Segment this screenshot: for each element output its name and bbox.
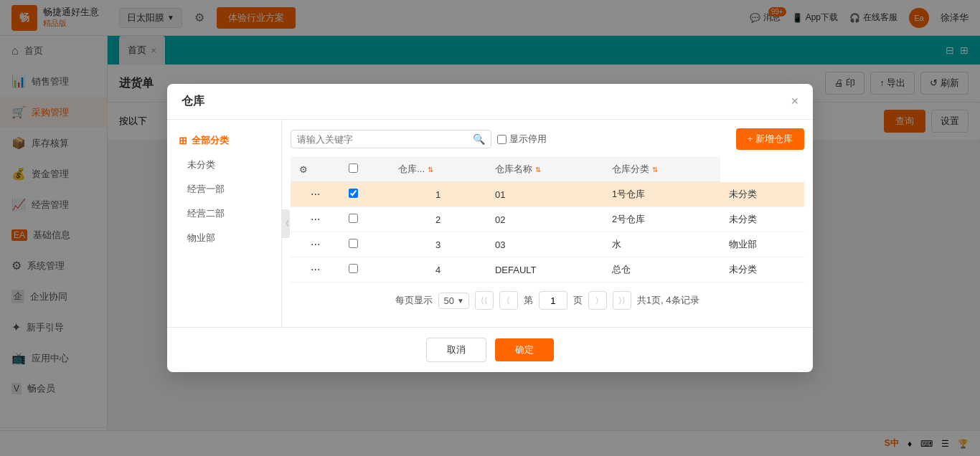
row-checkbox[interactable] [349,264,358,273]
page-label: 第 [524,294,533,307]
grid-icon: ⊞ [179,135,187,146]
category-all-header[interactable]: ⊞ 全部分类 [167,128,281,153]
row-code: 02 [486,207,603,232]
show-disabled-wrap: 显示停用 [497,133,547,146]
table-panel: 🔍 显示停用 + 新增仓库 ⚙ [282,120,813,327]
name-sort-icon: ⇅ [535,166,541,174]
last-page-button[interactable]: ⟩⟩ [613,291,631,310]
cancel-button[interactable]: 取消 [426,338,486,362]
modal-overlay: 仓库 × ⊞ 全部分类 未分类 经营一部 经营二部 [0,0,980,456]
row-number: 2 [390,207,486,232]
category-item-property[interactable]: 物业部 [167,226,281,250]
table-body: ··· 1 01 1号仓库 未分类 ··· 2 02 2号仓库 未分类 ··· … [291,182,804,282]
row-checkbox-cell [340,257,390,282]
search-input[interactable] [297,134,470,145]
next-page-button[interactable]: ⟩ [588,291,607,310]
show-disabled-label: 显示停用 [509,133,547,146]
row-name: 1号仓库 [603,182,720,207]
warehouse-table: ⚙ 仓库... ⇅ 仓库名称 [291,157,804,282]
table-header-gear: ⚙ [291,157,340,182]
new-warehouse-button[interactable]: + 新增仓库 [736,128,804,150]
row-category: 未分类 [720,182,804,207]
category-sidebar: ⊞ 全部分类 未分类 经营一部 经营二部 物业部 《 [167,120,282,327]
table-toolbar: 🔍 显示停用 + 新增仓库 [291,128,804,150]
row-checkbox-cell [340,207,390,232]
page-number-input[interactable] [539,291,567,310]
row-number: 3 [390,232,486,257]
row-category: 未分类 [720,207,804,232]
modal-header: 仓库 × [167,84,813,120]
row-number: 4 [390,257,486,282]
row-checkbox[interactable] [349,214,358,223]
table-row[interactable]: ··· 2 02 2号仓库 未分类 [291,207,804,232]
per-page-select[interactable]: 50 ▼ [438,293,468,309]
show-disabled-checkbox[interactable] [497,135,507,144]
category-sort-icon: ⇅ [652,166,658,174]
row-actions[interactable]: ··· [291,207,340,232]
table-row[interactable]: ··· 1 01 1号仓库 未分类 [291,182,804,207]
modal-footer: 取消 确定 [167,327,813,372]
category-item-unclassified[interactable]: 未分类 [167,153,281,177]
per-page-label: 每页显示 [395,294,433,307]
row-category: 未分类 [720,257,804,282]
modal-title: 仓库 [182,94,204,109]
category-collapse-button[interactable]: 《 [281,209,290,238]
row-category: 物业部 [720,232,804,257]
total-records-label: 共1页, 4条记录 [637,294,699,307]
row-checkbox-cell [340,232,390,257]
search-input-wrap: 🔍 [291,130,491,148]
confirm-button[interactable]: 确定 [495,338,554,361]
code-sort-icon: ⇅ [428,166,433,174]
select-all-checkbox[interactable] [349,163,358,173]
category-item-ops2[interactable]: 经营二部 [167,201,281,226]
row-checkbox[interactable] [349,189,358,198]
category-all-label: 全部分类 [192,134,229,147]
table-header-category[interactable]: 仓库分类 ⇅ [603,157,720,182]
row-actions[interactable]: ··· [291,182,340,207]
category-item-ops1[interactable]: 经营一部 [167,177,281,201]
table-scroll-area: ⚙ 仓库... ⇅ 仓库名称 [291,157,804,282]
search-icon[interactable]: 🔍 [473,133,485,145]
row-actions[interactable]: ··· [291,232,340,257]
table-row[interactable]: ··· 3 03 水 物业部 [291,232,804,257]
row-number: 1 [390,182,486,207]
row-checkbox-cell [340,182,390,207]
table-header-code[interactable]: 仓库... ⇅ [390,157,486,182]
modal-body: ⊞ 全部分类 未分类 经营一部 经营二部 物业部 《 [167,120,813,327]
per-page-value: 50 [443,295,453,306]
warehouse-modal: 仓库 × ⊞ 全部分类 未分类 经营一部 经营二部 [167,84,813,372]
table-header-name[interactable]: 仓库名称 ⇅ [486,157,603,182]
pagination: 每页显示 50 ▼ ⟨⟨ ⟨ 第 页 ⟩ ⟩⟩ 共1页, 4条记录 [291,282,804,318]
table-header-checkbox [340,157,390,182]
gear-header-icon: ⚙ [299,164,308,175]
row-code: 01 [486,182,603,207]
row-name: 水 [603,232,720,257]
row-name: 总仓 [603,257,720,282]
row-actions[interactable]: ··· [291,257,340,282]
row-code: DEFAULT [486,257,603,282]
first-page-button[interactable]: ⟨⟨ [475,291,494,310]
row-name: 2号仓库 [603,207,720,232]
table-header-row: ⚙ 仓库... ⇅ 仓库名称 [291,157,804,182]
modal-close-button[interactable]: × [791,94,798,109]
per-page-chevron: ▼ [457,297,464,305]
prev-page-button[interactable]: ⟨ [499,291,518,310]
row-code: 03 [486,232,603,257]
page-suffix: 页 [573,294,583,307]
table-row[interactable]: ··· 4 DEFAULT 总仓 未分类 [291,257,804,282]
row-checkbox[interactable] [349,239,358,248]
